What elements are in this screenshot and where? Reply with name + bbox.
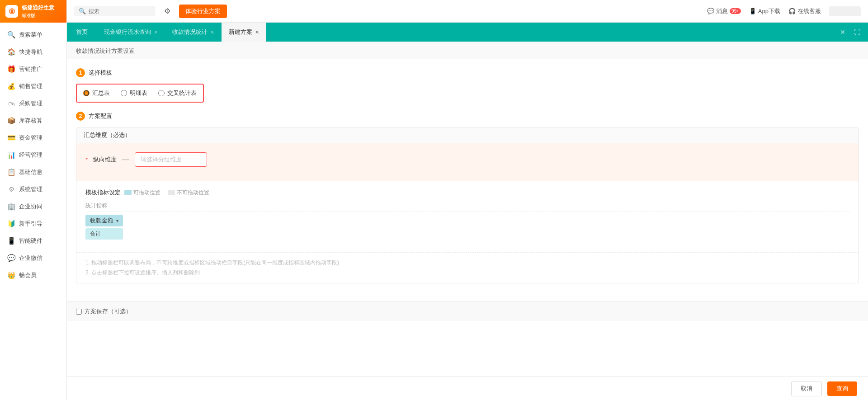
arrow-icon: — bbox=[122, 155, 129, 164]
message-badge: 99+ bbox=[730, 8, 741, 14]
page-title: 收款情况统计方案设置 bbox=[67, 42, 868, 59]
dimension-title: 汇总维度（必选） bbox=[84, 132, 131, 138]
radio-summary[interactable] bbox=[83, 90, 90, 96]
sidebar-item-inventory[interactable]: 📦 库存核算 bbox=[0, 112, 66, 129]
tab-receipt[interactable]: 收款情况统计 ✕ bbox=[165, 23, 222, 42]
save-option-checkbox[interactable]: 方案保存（可选） bbox=[76, 307, 132, 315]
sidebar-nav: 🔍 搜索菜单 🏠 快捷导航 🎁 营销推广 💰 销售管理 🛍 采购管理 📦 库存核… bbox=[0, 23, 66, 400]
money-icon: 💰 bbox=[7, 82, 15, 90]
sidebar-item-purchase[interactable]: 🛍 采购管理 bbox=[0, 95, 66, 112]
topbar-search-box[interactable]: 🔍 bbox=[74, 6, 156, 16]
card-icon: 💳 bbox=[7, 134, 15, 142]
metric-legend: 可拖动位置 不可拖动位置 bbox=[124, 189, 209, 197]
phone-icon: 📱 bbox=[7, 237, 15, 245]
step2-header: 2 方案配置 bbox=[76, 112, 859, 121]
sidebar-logo: ⑧ 畅捷通好生意 标准版 bbox=[0, 0, 66, 23]
legend-draggable: 可拖动位置 bbox=[124, 189, 160, 197]
tab-home[interactable]: 首页 bbox=[67, 23, 97, 42]
vertical-dimension-row: * 纵向维度 — 请选择分组维度 bbox=[85, 152, 849, 167]
tips-area: 1. 拖动标题栏可以调整布局，不可跨维度或指标区域拖动栏目字段(只能在同一维度或… bbox=[76, 252, 859, 283]
search-icon: 🔍 bbox=[7, 31, 15, 39]
receipt-amount-tag[interactable]: 收款金额 ▾ bbox=[85, 215, 123, 226]
bottom-action-bar: 取消 查询 bbox=[67, 376, 868, 400]
content-area: 收款情况统计方案设置 1 选择模板 汇总表 bbox=[67, 42, 868, 376]
query-button[interactable]: 查询 bbox=[827, 381, 857, 396]
logo-icon: ⑧ bbox=[5, 5, 18, 18]
download-icon: 📱 bbox=[749, 8, 756, 14]
step1-number: 1 bbox=[76, 68, 85, 77]
settings-button[interactable]: ⚙ bbox=[161, 5, 174, 18]
legend-nondraggable: 不可拖动位置 bbox=[168, 189, 209, 197]
tab-new-plan-close[interactable]: ✕ bbox=[255, 29, 259, 35]
sidebar-item-guide[interactable]: 🔰 新手引导 bbox=[0, 215, 66, 232]
tab-cashflow[interactable]: 现金银行流水查询 ✕ bbox=[97, 23, 165, 42]
gift-icon: 🎁 bbox=[7, 65, 15, 73]
tag-dropdown-icon[interactable]: ▾ bbox=[116, 218, 118, 223]
radio-cross[interactable] bbox=[158, 90, 165, 96]
box-icon: 📦 bbox=[7, 117, 15, 125]
save-checkbox-input[interactable] bbox=[76, 309, 82, 315]
sidebar-item-enterprise[interactable]: 🏢 企业协同 bbox=[0, 198, 66, 215]
nondraggable-box bbox=[168, 190, 175, 195]
metric-settings: 模板指标设定 可拖动位置 不可拖动位置 bbox=[76, 181, 859, 252]
tab-cashflow-close[interactable]: ✕ bbox=[154, 29, 158, 35]
form-container: 1 选择模板 汇总表 明细表 bbox=[67, 59, 868, 301]
required-star: * bbox=[85, 156, 88, 163]
search-input[interactable] bbox=[89, 8, 134, 14]
message-icon: 💬 bbox=[707, 8, 714, 14]
edition-label: 标准版 bbox=[22, 13, 54, 19]
sidebar-item-member[interactable]: 👑 畅会员 bbox=[0, 267, 66, 284]
metric-settings-title: 模板指标设定 可拖动位置 不可拖动位置 bbox=[85, 188, 849, 197]
tab-fullscreen-button[interactable]: ⛶ bbox=[852, 27, 863, 38]
draggable-box bbox=[124, 190, 132, 195]
cancel-button[interactable]: 取消 bbox=[791, 381, 822, 396]
clipboard-icon: 📋 bbox=[7, 168, 15, 176]
sidebar-item-basic-info[interactable]: 📋 基础信息 bbox=[0, 164, 66, 181]
tab-new-plan[interactable]: 新建方案 ✕ bbox=[222, 23, 266, 42]
step1-header: 1 选择模板 bbox=[76, 68, 859, 77]
option-summary[interactable]: 汇总表 bbox=[83, 89, 110, 97]
app-download-button[interactable]: 📱 App下载 bbox=[749, 7, 780, 15]
stat-tags: 收款金额 ▾ 合计 bbox=[85, 215, 849, 240]
option-detail[interactable]: 明细表 bbox=[121, 89, 147, 97]
main-area: 🔍 ⚙ 体验行业方案 💬 消息 99+ 📱 App下载 🎧 在线客服 bbox=[67, 0, 868, 400]
receipt-amount-subtag[interactable]: 合计 bbox=[85, 228, 123, 240]
chat-icon: 💬 bbox=[7, 254, 15, 262]
guide-icon: 🔰 bbox=[7, 220, 15, 228]
user-avatar[interactable] bbox=[829, 6, 861, 16]
stat-section: 统计指标 收款金额 ▾ 合计 bbox=[85, 202, 849, 240]
sidebar-item-finance[interactable]: 💳 资金管理 bbox=[0, 129, 66, 146]
tab-actions: ✕ ⛶ bbox=[837, 27, 868, 38]
dimension-area: * 纵向维度 — 请选择分组维度 bbox=[76, 143, 859, 181]
sidebar-item-search[interactable]: 🔍 搜索菜单 bbox=[0, 26, 66, 43]
industry-plan-button[interactable]: 体验行业方案 bbox=[179, 5, 227, 18]
home-icon: 🏠 bbox=[7, 48, 15, 56]
topbar-right: 💬 消息 99+ 📱 App下载 🎧 在线客服 bbox=[707, 6, 861, 16]
online-service-button[interactable]: 🎧 在线客服 bbox=[788, 7, 821, 15]
message-button[interactable]: 💬 消息 99+ bbox=[707, 7, 741, 15]
tab-bar: 首页 现金银行流水查询 ✕ 收款情况统计 ✕ 新建方案 ✕ ✕ ⛶ bbox=[67, 23, 868, 42]
sidebar-item-quick-nav[interactable]: 🏠 快捷导航 bbox=[0, 43, 66, 61]
option-cross[interactable]: 交叉统计表 bbox=[158, 89, 197, 97]
radio-detail[interactable] bbox=[121, 90, 127, 96]
tab-receipt-close[interactable]: ✕ bbox=[210, 29, 214, 35]
sidebar-item-operations[interactable]: 📊 经营管理 bbox=[0, 146, 66, 164]
sidebar-item-smart-hw[interactable]: 📱 智能硬件 bbox=[0, 232, 66, 249]
sidebar-item-marketing[interactable]: 🎁 营销推广 bbox=[0, 61, 66, 78]
crown-icon: 👑 bbox=[7, 271, 15, 279]
shopping-icon: 🛍 bbox=[7, 99, 15, 108]
receipt-amount-tag-group: 收款金额 ▾ 合计 bbox=[85, 215, 123, 240]
sidebar-item-system[interactable]: ⚙ 系统管理 bbox=[0, 181, 66, 198]
chart-icon: 📊 bbox=[7, 151, 15, 159]
sidebar-item-wechat[interactable]: 💬 企业微信 bbox=[0, 249, 66, 267]
tip1: 1. 拖动标题栏可以调整布局，不可跨维度或指标区域拖动栏目字段(只能在同一维度或… bbox=[85, 258, 849, 268]
step1-label: 选择模板 bbox=[89, 69, 112, 77]
tip2: 2. 点击标题栏下拉可设置排序、插入列和删除列 bbox=[85, 268, 849, 278]
step2-number: 2 bbox=[76, 112, 85, 121]
building-icon: 🏢 bbox=[7, 202, 15, 211]
search-icon: 🔍 bbox=[79, 8, 86, 14]
sidebar-item-sales[interactable]: 💰 销售管理 bbox=[0, 78, 66, 95]
tab-close-all-button[interactable]: ✕ bbox=[837, 27, 848, 38]
dimension-select[interactable]: 请选择分组维度 bbox=[135, 152, 207, 167]
app-name: 畅捷通好生意 bbox=[22, 4, 54, 12]
